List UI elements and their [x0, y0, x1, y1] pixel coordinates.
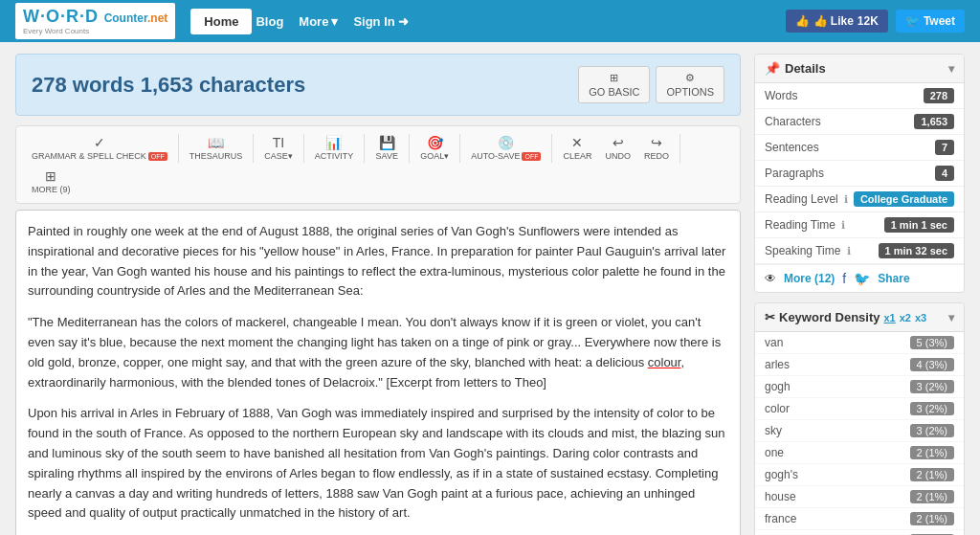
kd-word-gogh: gogh [765, 380, 791, 393]
grammar-label: GRAMMAR & SPELL CHECK [32, 151, 146, 161]
redo-icon: ↪ [651, 135, 662, 150]
grammar-badge: OFF [148, 152, 167, 161]
kd-x3-button[interactable]: x3 [915, 312, 926, 323]
kd-word-france: france [765, 512, 796, 525]
clear-button[interactable]: ✕ CLEAR [557, 132, 597, 164]
nav-more-link[interactable]: More ▾ [299, 14, 338, 29]
undo-icon: ↩ [612, 135, 624, 150]
logo-tagline: Every Word Counts [23, 27, 167, 35]
paragraphs-row: Paragraphs 4 [755, 161, 964, 187]
details-panel-header: 📌 Details ▾ [755, 55, 964, 83]
save-label: SAVE [376, 151, 398, 161]
speaking-time-label: Speaking Time ℹ [765, 244, 851, 257]
chevron-down-icon: ▾ [331, 14, 338, 29]
speaking-time-info-icon[interactable]: ℹ [847, 245, 851, 256]
left-column: 278 words 1,653 characters ⊞ GO BASIC ⚙ … [15, 54, 741, 535]
nav-more-label: More [299, 14, 328, 29]
fb-like-icon: 👍 [795, 14, 810, 28]
undo-label: UNDO [605, 151, 631, 161]
autosave-button[interactable]: 💿 AUTO-SAVE OFF [465, 132, 546, 164]
chart-icon: 📊 [325, 135, 342, 150]
nav-home-button[interactable]: Home [190, 9, 252, 34]
characters-label: Characters [765, 115, 821, 128]
reading-time-info-icon[interactable]: ℹ [841, 219, 845, 231]
kd-word-arles: arles [765, 358, 790, 371]
header: W·O·R·D Counter.net Every Word Counts Ho… [0, 0, 980, 42]
keyword-density-panel: ✂ Keyword Density x1 x2 x3 ▾ van 5 (3%) … [754, 302, 965, 535]
kd-row-france: france 2 (1%) [755, 508, 964, 530]
nav-blog-link[interactable]: Blog [256, 14, 283, 29]
header-social: 👍 👍 Like 12K 🐦 Tweet [786, 10, 966, 33]
details-fb-icon[interactable]: f [842, 271, 846, 286]
keyword-chevron-icon[interactable]: ▾ [948, 311, 954, 324]
details-more-link[interactable]: More (12) [784, 272, 835, 285]
text-editor[interactable]: Painted in roughly one week at the end o… [15, 210, 741, 535]
clear-icon: ✕ [571, 135, 583, 150]
twitter-tweet-button[interactable]: 🐦 Tweet [896, 10, 965, 33]
toolbar-divider-8 [679, 134, 680, 163]
keyword-panel-title: Keyword Density [779, 310, 880, 324]
kd-row-goghs: gogh's 2 (1%) [755, 464, 964, 486]
kd-word-sky: sky [765, 424, 782, 437]
toolbar-divider-4 [364, 134, 365, 163]
kd-count-van: 5 (3%) [910, 336, 954, 349]
activity-button[interactable]: 📊 ACTIVITY [309, 132, 360, 164]
kd-row-color: color 3 (2%) [755, 398, 964, 420]
toolbar: ✓ GRAMMAR & SPELL CHECK OFF 📖 THESAURUS … [15, 125, 741, 204]
sentences-label: Sentences [765, 141, 819, 154]
reading-level-value: College Graduate [854, 191, 954, 207]
kd-count-france: 2 (1%) [910, 512, 954, 525]
main-content: 278 words 1,653 characters ⊞ GO BASIC ⚙ … [0, 42, 980, 535]
facebook-like-button[interactable]: 👍 👍 Like 12K [786, 10, 888, 33]
reading-level-info-icon[interactable]: ℹ [844, 193, 848, 205]
toolbar-divider-7 [551, 134, 552, 163]
kd-word-goghs: gogh's [765, 468, 798, 481]
details-share-link[interactable]: Share [878, 272, 909, 285]
kd-word-van: van [765, 336, 783, 349]
kd-x1-button[interactable]: x1 [883, 312, 895, 323]
kd-count-color: 3 (2%) [910, 402, 954, 415]
kd-count-arles: 4 (3%) [910, 358, 954, 371]
stats-action-buttons: ⊞ GO BASIC ⚙ OPTIONS [578, 66, 724, 103]
sentences-value: 7 [935, 140, 954, 155]
goal-button[interactable]: 🎯 GOAL ▾ [414, 132, 455, 164]
go-basic-button[interactable]: ⊞ GO BASIC [578, 66, 650, 103]
reading-time-label: Reading Time ℹ [765, 218, 845, 232]
kd-x2-button[interactable]: x2 [900, 312, 911, 323]
toolbar-divider-1 [178, 134, 179, 163]
thesaurus-button[interactable]: 📖 THESAURUS [184, 132, 249, 164]
kd-word-house: house [765, 490, 796, 503]
thesaurus-label: THESAURUS [189, 151, 243, 161]
details-chevron-icon[interactable]: ▾ [948, 62, 954, 76]
keyword-panel-header: ✂ Keyword Density x1 x2 x3 ▾ [755, 303, 964, 332]
options-icon: ⚙ [685, 72, 695, 84]
undo-button[interactable]: ↩ UNDO [599, 132, 636, 164]
eye-icon: 👁 [765, 272, 776, 285]
details-pin-icon: 📌 [765, 61, 780, 76]
case-button[interactable]: TI CASE ▾ [258, 132, 299, 164]
options-button[interactable]: ⚙ OPTIONS [656, 66, 724, 103]
save-icon: 💾 [379, 135, 395, 150]
details-panel-title: Details [785, 61, 826, 76]
go-basic-label: GO BASIC [589, 86, 639, 98]
details-tw-icon[interactable]: 🐦 [854, 271, 870, 286]
save-button[interactable]: 💾 SAVE [369, 132, 404, 164]
checkmark-icon: ✓ [94, 135, 105, 150]
characters-value: 1,653 [914, 114, 954, 129]
more-label: MORE (9) [32, 185, 71, 194]
words-row: Words 278 [755, 83, 964, 109]
autosave-icon: 💿 [498, 135, 514, 150]
paragraphs-label: Paragraphs [765, 167, 824, 180]
kd-count-house: 2 (1%) [910, 490, 954, 503]
book-icon: 📖 [208, 135, 224, 150]
reading-level-label: Reading Level ℹ [765, 192, 848, 206]
paragraph-2: "The Mediterranean has the colors of mac… [28, 313, 728, 392]
kd-count-one: 2 (1%) [910, 446, 954, 459]
kd-row-arles: arles 4 (3%) [755, 354, 964, 376]
redo-button[interactable]: ↪ REDO [638, 132, 675, 164]
nav-signin-link[interactable]: Sign In ➜ [353, 14, 409, 29]
more-button[interactable]: ⊞ MORE (9) [26, 166, 77, 197]
logo-counter: Counter.net [104, 11, 168, 25]
paragraph-1: Painted in roughly one week at the end o… [28, 222, 728, 301]
grammar-spell-check-button[interactable]: ✓ GRAMMAR & SPELL CHECK OFF [26, 132, 173, 164]
